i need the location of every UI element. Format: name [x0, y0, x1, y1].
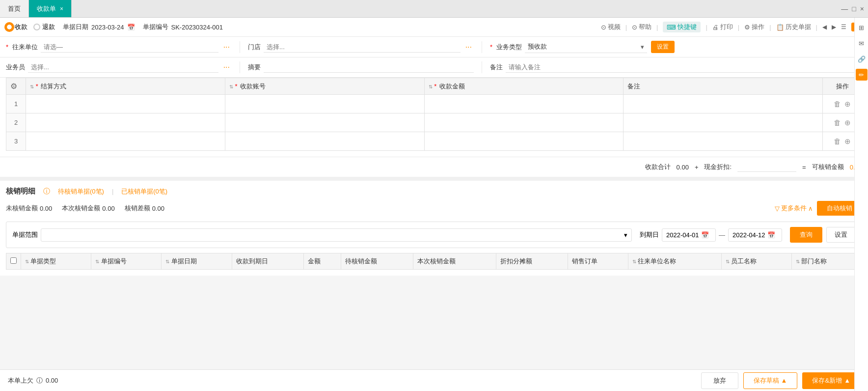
- sidebar-edit-btn[interactable]: ✏: [856, 69, 868, 81]
- remark-input[interactable]: [506, 62, 862, 73]
- row3-account[interactable]: [225, 132, 424, 151]
- sep4: |: [738, 24, 739, 31]
- discard-btn[interactable]: 放弃: [701, 372, 738, 389]
- save-new-btn[interactable]: 保存&新增 ▲: [802, 372, 860, 389]
- th-check[interactable]: [6, 253, 21, 270]
- date-to-display[interactable]: 2022-04-12 📅: [728, 228, 782, 242]
- row1-remark[interactable]: [624, 95, 823, 113]
- help-link[interactable]: ⊙ 帮助: [632, 23, 651, 31]
- due-date-label: 到期日: [640, 230, 659, 239]
- row1-amount-input[interactable]: [425, 95, 624, 113]
- counterpart-more-btn[interactable]: ···: [221, 43, 232, 52]
- tab-home[interactable]: 首页: [0, 0, 29, 17]
- row3-settle[interactable]: [26, 132, 225, 151]
- operation-link[interactable]: ⚙ 操作: [744, 23, 764, 31]
- print-link[interactable]: 🖨 打印: [712, 23, 733, 31]
- list-icon[interactable]: ☰: [841, 24, 846, 30]
- sidebar-table-btn[interactable]: ⊞: [856, 22, 868, 33]
- row2-settle[interactable]: [26, 113, 225, 132]
- radio-group: 收款 退款: [6, 23, 55, 31]
- row3-remark[interactable]: [624, 132, 823, 151]
- uncancelled-label: 未核销金额: [6, 204, 38, 213]
- row1-remark-input[interactable]: [624, 95, 822, 113]
- row2-copy-icon[interactable]: ⊕: [844, 118, 851, 127]
- row1-settle-input[interactable]: [26, 95, 225, 113]
- prev-icon[interactable]: ◀: [822, 24, 827, 30]
- range-select[interactable]: ▾: [41, 228, 632, 242]
- row1-account-input[interactable]: [225, 95, 424, 113]
- th-gear[interactable]: ⚙: [6, 78, 26, 95]
- diff-label: 核销差额: [125, 204, 150, 213]
- row2-settle-input[interactable]: [26, 113, 225, 132]
- setting-btn[interactable]: 设置: [651, 41, 675, 53]
- query-btn[interactable]: 查询: [790, 227, 822, 243]
- cal-to-icon[interactable]: 📅: [767, 231, 775, 239]
- tab-close-icon[interactable]: ×: [60, 5, 63, 12]
- pending-tab-link[interactable]: 待核销单据(0笔): [58, 187, 104, 196]
- table-gear-icon[interactable]: ⚙: [10, 82, 17, 90]
- th-counterpart: ⇅ 往来单位名称: [628, 253, 722, 270]
- done-tab-link[interactable]: 已核销单据(0笔): [121, 187, 167, 196]
- nuclear-info-icon[interactable]: ⓘ: [43, 187, 50, 196]
- row3-account-input[interactable]: [225, 132, 424, 150]
- row3-delete-icon[interactable]: 🗑: [834, 137, 841, 145]
- date-from-display[interactable]: 2022-04-01 📅: [662, 228, 716, 242]
- row2-account[interactable]: [225, 113, 424, 132]
- select-all-checkbox[interactable]: [10, 257, 17, 264]
- radio-receipt-dot: [6, 24, 13, 30]
- row2-remark-input[interactable]: [624, 113, 822, 132]
- sidebar-email-btn[interactable]: ✉: [856, 37, 868, 49]
- table-section: ⚙ ⇅ * 结算方式 ⇅ * 收款账号 ⇅ * 收款: [0, 78, 868, 157]
- sep5: |: [769, 24, 771, 31]
- window-minimize-btn[interactable]: —: [841, 5, 848, 13]
- row2-delete-icon[interactable]: 🗑: [834, 118, 841, 127]
- window-close-btn[interactable]: ×: [860, 5, 864, 13]
- row2-account-input[interactable]: [225, 113, 424, 132]
- row1-amount[interactable]: [424, 95, 624, 113]
- bottom-actions: 放弃 保存草稿 ▲ 保存&新增 ▲: [701, 372, 860, 389]
- row3-copy-icon[interactable]: ⊕: [844, 137, 851, 145]
- sort-icon: ⇅: [30, 84, 34, 89]
- row3-amount[interactable]: [424, 132, 624, 151]
- bottom-info-icon[interactable]: ⓘ: [36, 376, 43, 385]
- radio-refund[interactable]: 退款: [33, 23, 55, 31]
- detail-setting-btn[interactable]: 设置: [826, 227, 856, 243]
- shop-input[interactable]: [264, 42, 461, 53]
- shop-more-btn[interactable]: ···: [463, 43, 474, 52]
- tab-receipt[interactable]: 收款单 ×: [29, 0, 72, 17]
- table-row: 2 🗑 ⊕: [6, 113, 862, 132]
- draft-btn-label: 保存草稿: [754, 376, 779, 385]
- draft-btn[interactable]: 保存草稿 ▲: [743, 372, 798, 389]
- radio-receipt[interactable]: 收款: [6, 23, 27, 31]
- btype-select[interactable]: 预收款 ▾: [525, 41, 647, 53]
- video-link[interactable]: ⊙ 视频: [601, 23, 621, 31]
- calendar-icon[interactable]: 📅: [127, 24, 135, 31]
- summary-input[interactable]: [264, 62, 474, 73]
- number-field: 单据编号 SK-20230324-001: [143, 23, 223, 31]
- staff-input[interactable]: [28, 62, 218, 73]
- row1-settle[interactable]: [26, 95, 225, 113]
- window-maximize-btn[interactable]: □: [852, 5, 856, 13]
- shortcut-link[interactable]: ⌨ 快捷键: [663, 22, 701, 32]
- row1-account[interactable]: [225, 95, 424, 113]
- sidebar-link-btn[interactable]: 🔗: [856, 53, 868, 65]
- row3-settle-input[interactable]: [26, 132, 225, 150]
- history-link[interactable]: 📋 历史单据: [776, 23, 811, 31]
- next-icon[interactable]: ▶: [832, 24, 836, 30]
- staff-more-btn[interactable]: ···: [221, 63, 232, 72]
- staff-label: 业务员: [6, 63, 25, 72]
- row2-remark[interactable]: [624, 113, 823, 132]
- main-container: 收款 退款 单据日期 2023-03-24 📅 单据编号 SK-20230324…: [0, 18, 868, 276]
- date-value: 2023-03-24: [91, 24, 124, 31]
- discount-input[interactable]: [737, 162, 796, 172]
- row2-amount[interactable]: [424, 113, 624, 132]
- tab-bar-right: — □ ×: [841, 5, 868, 13]
- row3-remark-input[interactable]: [624, 132, 822, 150]
- cal-from-icon[interactable]: 📅: [701, 231, 709, 239]
- row2-amount-input[interactable]: [425, 113, 624, 132]
- row3-amount-input[interactable]: [425, 132, 624, 150]
- row1-copy-icon[interactable]: ⊕: [844, 100, 851, 108]
- counterpart-input[interactable]: [41, 42, 218, 53]
- row1-delete-icon[interactable]: 🗑: [834, 100, 841, 108]
- more-conditions-btn[interactable]: ▽ 更多条件 ∧: [775, 204, 813, 213]
